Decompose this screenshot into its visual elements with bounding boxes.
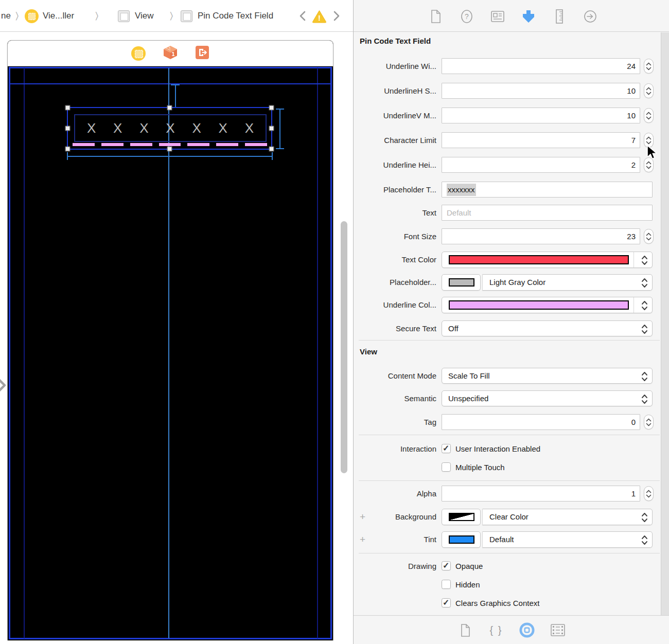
field-row-character-limit: Character Limit 7 bbox=[354, 132, 658, 148]
view-controller-icon[interactable] bbox=[131, 46, 146, 61]
top-layout-guide bbox=[9, 83, 331, 84]
background-color-well[interactable] bbox=[442, 509, 481, 525]
content-mode-popup[interactable]: Scale To Fill bbox=[442, 368, 653, 384]
placeholder-color-popup[interactable]: Light Gray Color bbox=[482, 274, 653, 291]
underlineh-spacing-input[interactable]: 10 bbox=[442, 83, 640, 99]
text-input[interactable]: Default bbox=[442, 205, 653, 221]
size-inspector-icon[interactable] bbox=[553, 10, 566, 23]
font-size-stepper[interactable] bbox=[644, 229, 654, 244]
hidden-checkbox[interactable] bbox=[442, 580, 451, 589]
tag-input[interactable]: 0 bbox=[442, 414, 640, 430]
svg-text:?: ? bbox=[465, 12, 469, 21]
storyboard-canvas: 1 bbox=[0, 32, 353, 644]
top-distance-line bbox=[175, 85, 176, 107]
semantic-popup[interactable]: Unspecified bbox=[442, 390, 653, 406]
right-margin-guide bbox=[317, 68, 318, 638]
inspector-scrollbar-track[interactable] bbox=[661, 32, 669, 615]
view-controller-scene[interactable]: 1 bbox=[7, 40, 333, 640]
text-color-well[interactable] bbox=[442, 252, 653, 268]
view-controller-icon[interactable] bbox=[25, 0, 39, 32]
quick-help-inspector-icon[interactable]: ? bbox=[460, 10, 473, 23]
breadcrumb-item-view[interactable]: View bbox=[135, 0, 154, 32]
chevron-updown-icon bbox=[641, 277, 648, 294]
field-row-drawing-1: Drawing ✓ Opaque bbox=[354, 558, 658, 574]
exit-icon[interactable] bbox=[195, 45, 209, 62]
alpha-input[interactable]: 1 bbox=[442, 486, 640, 502]
file-template-library-icon[interactable] bbox=[457, 622, 473, 638]
underline-height-input[interactable]: 2 bbox=[442, 157, 640, 173]
field-row-content-mode: Content Mode Scale To Fill bbox=[354, 368, 658, 384]
user-interaction-enabled-checkbox[interactable]: ✓ bbox=[442, 444, 451, 453]
issue-forward-icon[interactable] bbox=[333, 0, 340, 32]
file-inspector-icon[interactable] bbox=[429, 10, 443, 23]
field-label: Text Color bbox=[358, 252, 436, 267]
canvas-scrollbar[interactable] bbox=[341, 221, 347, 473]
field-row-background: + Background Clear Color bbox=[354, 509, 658, 525]
resize-handle-mid-right[interactable] bbox=[269, 126, 274, 131]
breadcrumb-prefix[interactable]: ne bbox=[1, 0, 11, 32]
field-label: Character Limit bbox=[358, 132, 436, 148]
code-snippet-library-icon[interactable]: { } bbox=[488, 622, 504, 638]
scene-entry-arrow-icon[interactable] bbox=[0, 375, 7, 397]
underline-width-input[interactable]: 24 bbox=[442, 58, 640, 74]
character-limit-input[interactable]: 7 bbox=[442, 132, 640, 148]
mouse-cursor bbox=[646, 145, 660, 163]
background-color-popup[interactable]: Clear Color bbox=[482, 509, 653, 525]
resize-handle-top-center[interactable] bbox=[167, 105, 172, 110]
breadcrumb-item-pin-code-text-field[interactable]: Pin Code Text Field bbox=[198, 0, 273, 32]
issue-back-icon[interactable] bbox=[299, 0, 306, 32]
field-row-drawing-3: ✓ Clears Graphics Context bbox=[354, 595, 658, 611]
placeholder-char: X bbox=[87, 120, 96, 136]
field-label: Alpha bbox=[358, 486, 436, 502]
attributes-inspector-icon[interactable] bbox=[522, 10, 535, 23]
first-responder-badge: 1 bbox=[171, 51, 174, 57]
opaque-checkbox[interactable]: ✓ bbox=[442, 561, 451, 570]
alpha-stepper[interactable] bbox=[644, 486, 654, 501]
resize-handle-top-right[interactable] bbox=[269, 105, 274, 110]
underline-color-well[interactable] bbox=[442, 297, 653, 313]
resize-handle-top-left[interactable] bbox=[65, 105, 70, 110]
checkbox-label: Clears Graphics Context bbox=[455, 595, 539, 611]
tint-color-swatch bbox=[449, 535, 474, 544]
resize-handle-bottom-center[interactable] bbox=[167, 147, 172, 151]
media-library-icon[interactable] bbox=[550, 622, 566, 638]
resize-handle-mid-left[interactable] bbox=[65, 126, 70, 131]
root-view[interactable]: X X X X X X X bbox=[8, 66, 333, 640]
warning-icon[interactable]: ! bbox=[312, 0, 326, 32]
underlinev-margin-stepper[interactable] bbox=[644, 108, 654, 123]
placeholder-text-input[interactable]: xxxxxxx bbox=[442, 182, 653, 198]
object-library-icon[interactable] bbox=[519, 622, 535, 638]
field-label: Text bbox=[358, 205, 436, 221]
placeholder-char: X bbox=[219, 120, 227, 136]
first-responder-icon[interactable]: 1 bbox=[163, 45, 178, 62]
view-icon[interactable] bbox=[181, 0, 192, 32]
clears-graphics-context-checkbox[interactable]: ✓ bbox=[442, 598, 451, 607]
tint-color-well[interactable] bbox=[442, 531, 481, 548]
field-row-placeholder-text: Placeholder T... xxxxxxx bbox=[354, 182, 658, 198]
section-separator bbox=[359, 340, 660, 341]
underline-width-stepper[interactable] bbox=[644, 59, 654, 74]
scene-dock: 1 bbox=[8, 41, 333, 66]
group-separator bbox=[359, 480, 660, 481]
connections-inspector-icon[interactable] bbox=[584, 10, 597, 23]
field-label: Placeholder T... bbox=[358, 182, 436, 198]
placeholder-color-well[interactable] bbox=[442, 274, 481, 291]
chevron-updown-icon bbox=[641, 534, 648, 551]
secure-text-popup[interactable]: Off bbox=[442, 320, 653, 336]
group-separator bbox=[359, 553, 660, 553]
multiple-touch-checkbox[interactable] bbox=[442, 462, 451, 472]
breadcrumb-item-view-controller[interactable]: Vie...ller bbox=[43, 0, 74, 32]
tag-stepper[interactable] bbox=[644, 415, 654, 430]
view-icon[interactable] bbox=[118, 0, 130, 32]
underlineh-spacing-stepper[interactable] bbox=[644, 83, 654, 98]
resize-handle-bottom-right[interactable] bbox=[269, 147, 274, 151]
height-distance-cap-bottom bbox=[276, 148, 284, 149]
field-row-underline-color: Underline Col... bbox=[354, 297, 658, 313]
font-size-input[interactable]: 23 bbox=[442, 228, 640, 244]
underlinev-margin-input[interactable]: 10 bbox=[442, 108, 640, 123]
field-label: Tint bbox=[358, 531, 436, 547]
identity-inspector-icon[interactable] bbox=[491, 10, 504, 23]
placeholder-char: X bbox=[113, 120, 122, 136]
tint-color-popup[interactable]: Default bbox=[482, 531, 653, 548]
resize-handle-bottom-left[interactable] bbox=[65, 147, 70, 151]
